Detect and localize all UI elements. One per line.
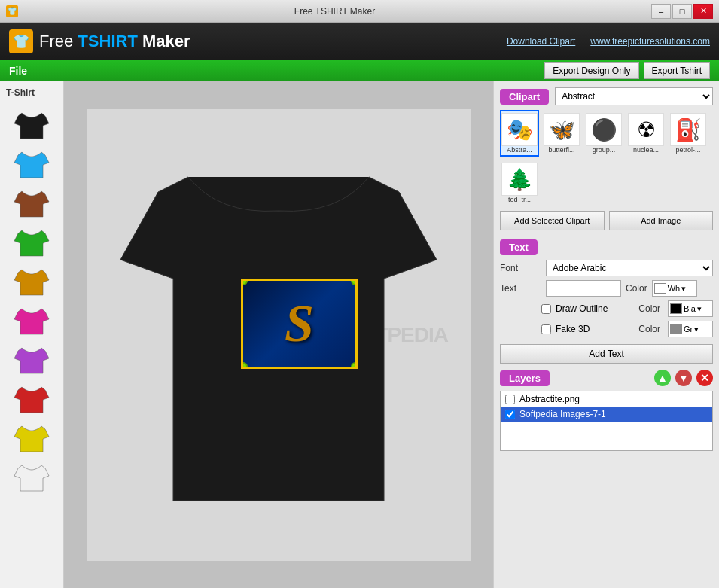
download-clipart-link[interactable]: Download Clipart [507, 36, 575, 47]
clipart-section: Clipart Abstract Animals Food Nature Spo… [500, 87, 713, 233]
handle-top-right[interactable] [351, 279, 358, 285]
tshirt-color-item[interactable] [9, 143, 54, 182]
close-button[interactable]: ✕ [693, 4, 713, 19]
handle-bottom-left[interactable] [241, 362, 248, 369]
fake3d-checkbox[interactable] [541, 324, 551, 334]
layer-delete-button[interactable]: ✕ [696, 370, 713, 386]
tshirt-color-item[interactable] [9, 104, 54, 143]
app-header: 👕 Free TSHIRT Maker Download Clipart www… [0, 23, 719, 60]
layers-section: Layers ▲ ▼ ✕ Abstractite.pngSoftpedia Im… [500, 370, 713, 451]
main-content: T-Shirt SOFTPEDIA S [0, 81, 719, 588]
header-links: Download Clipart www.freepicturesolution… [507, 36, 710, 47]
tshirt-color-svg [13, 146, 50, 179]
fake3d-label: Fake 3D [556, 324, 590, 334]
title-bar: 👕 Free TSHIRT Maker – □ ✕ [0, 0, 719, 23]
export-tshirt-button[interactable]: Export Tshirt [644, 62, 710, 79]
tshirt-color-item[interactable] [9, 300, 54, 339]
app-title: Free TSHIRT Maker [39, 32, 190, 51]
font-dropdown[interactable]: Adobe Arabic Arial Times New Roman Verda… [546, 260, 713, 276]
tshirt-color-svg [13, 107, 50, 140]
fake3d-color-swatch [670, 324, 682, 334]
file-menu[interactable]: File [9, 65, 27, 77]
clipart-label: group... [584, 146, 623, 154]
fake3d-color-dropdown[interactable]: Gr ▾ [668, 321, 713, 337]
tshirt-color-item[interactable] [9, 221, 54, 260]
right-panel: Clipart Abstract Animals Food Nature Spo… [493, 81, 719, 588]
canvas-area: SOFTPEDIA S [64, 81, 493, 588]
add-image-button[interactable]: Add Image [609, 211, 714, 230]
tshirt-color-item[interactable] [9, 417, 54, 456]
design-overlay[interactable]: S [241, 279, 358, 369]
tshirt-color-svg [13, 342, 50, 375]
outline-color-swatch [670, 303, 682, 314]
fake3d-color-label: Color [638, 324, 660, 334]
text-section: Text Font Adobe Arabic Arial Times New R… [500, 239, 713, 364]
clipart-dropdown[interactable]: Abstract Animals Food Nature Sports Tech… [555, 87, 713, 105]
logo-icon: 👕 [9, 29, 33, 53]
text-header: Text [500, 239, 713, 255]
app-logo: 👕 Free TSHIRT Maker [9, 29, 190, 53]
clipart-item[interactable]: 🦋butterfl... [542, 110, 581, 157]
menu-buttons: Export Design Only Export Tshirt [544, 62, 710, 79]
layer-item[interactable]: Softpedia Images-7-1 [501, 407, 712, 422]
outline-row: Draw Outline Color Bla ▾ [541, 300, 713, 317]
tshirt-color-svg [13, 459, 50, 492]
text-title-badge: Text [500, 239, 538, 255]
window-title: Free TSHIRT Maker [18, 6, 651, 17]
layer-item[interactable]: Abstractite.png [501, 391, 712, 407]
layers-title-badge: Layers [500, 370, 550, 386]
font-row: Font Adobe Arabic Arial Times New Roman … [500, 260, 713, 276]
clipart-item[interactable]: 🌲ted_tr... [500, 160, 539, 206]
text-color-label: Color [626, 283, 647, 294]
title-maker: Maker [142, 32, 190, 50]
clipart-item[interactable]: ☢nuclea... [626, 110, 666, 157]
tshirt-color-svg [13, 185, 50, 218]
export-design-button[interactable]: Export Design Only [544, 62, 638, 79]
layer-down-button[interactable]: ▼ [675, 370, 692, 386]
title-tshirt: TSHIRT [78, 32, 137, 50]
maximize-button[interactable]: □ [672, 4, 692, 19]
outline-color-value: Bla [684, 304, 696, 313]
clipart-header: Clipart Abstract Animals Food Nature Spo… [500, 87, 713, 105]
clipart-item[interactable]: ⚫group... [584, 110, 623, 157]
tshirt-color-list [9, 104, 54, 495]
title-free: Free [39, 32, 73, 50]
layer-checkbox[interactable] [505, 410, 515, 419]
add-clipart-button[interactable]: Add Selected Clipart [500, 211, 605, 230]
handle-bottom-right[interactable] [351, 362, 358, 369]
tshirt-color-item[interactable] [9, 260, 54, 300]
tshirt-color-svg [13, 264, 50, 297]
website-link[interactable]: www.freepicturesolutions.com [590, 36, 710, 47]
clipart-label: nuclea... [626, 146, 666, 154]
font-label: Font [500, 263, 541, 273]
canvas-background: SOFTPEDIA S [87, 109, 471, 561]
clipart-item[interactable]: ⛽petrol-... [669, 110, 708, 157]
tshirt-color-item[interactable] [9, 378, 54, 417]
text-color-dropdown[interactable]: Wh ▾ [652, 280, 697, 297]
minimize-button[interactable]: – [651, 4, 671, 19]
layer-checkbox[interactable] [505, 395, 515, 404]
tshirt-label: T-Shirt [6, 87, 57, 98]
chevron-down-icon: ▾ [681, 284, 686, 294]
draw-outline-checkbox[interactable] [541, 304, 551, 314]
chevron-down-icon3: ▾ [694, 324, 699, 334]
design-letter: S [285, 297, 314, 350]
clipart-label: ted_tr... [500, 196, 539, 203]
app-icon: 👕 [6, 5, 18, 17]
layers-header: Layers ▲ ▼ ✕ [500, 370, 713, 386]
add-text-button[interactable]: Add Text [500, 344, 713, 364]
tshirt-color-item[interactable] [9, 339, 54, 378]
clipart-image: ☢ [628, 113, 664, 146]
tshirt-color-item[interactable] [9, 182, 54, 221]
handle-top-left[interactable] [241, 279, 248, 285]
layer-name: Abstractite.png [519, 394, 708, 404]
tshirt-canvas: S [113, 132, 444, 538]
outline-color-dropdown[interactable]: Bla ▾ [668, 300, 713, 317]
text-row: Text Color Wh ▾ [500, 280, 713, 297]
tshirt-color-svg [13, 224, 50, 257]
tshirt-color-item[interactable] [9, 456, 54, 495]
clipart-item[interactable]: 🎭Abstra... [500, 110, 539, 157]
draw-outline-label: Draw Outline [556, 303, 608, 314]
layer-up-button[interactable]: ▲ [654, 370, 671, 386]
text-input[interactable] [546, 280, 621, 297]
